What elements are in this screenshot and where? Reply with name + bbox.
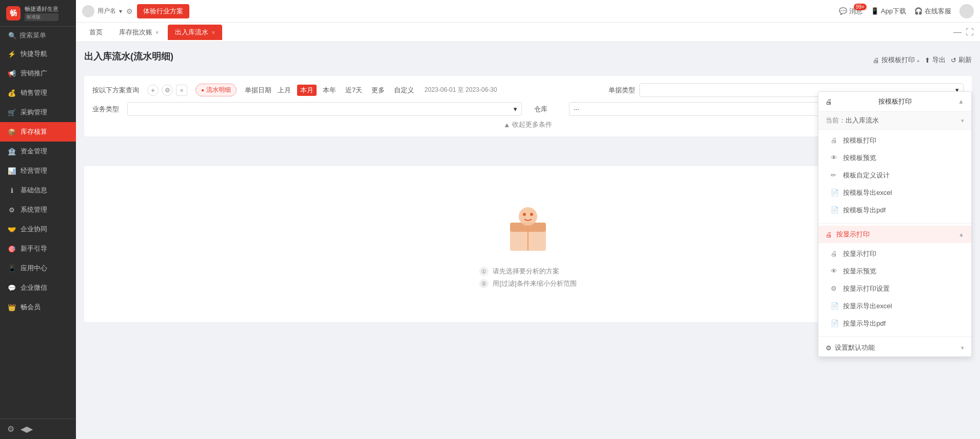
display-group-label: 按显示打印 — [836, 230, 954, 239]
tab-flow-label: 出入库流水 — [175, 28, 208, 37]
dropdown-item-template-print[interactable]: 🖨 按模板打印 — [818, 132, 971, 149]
sidebar-item-enterprise[interactable]: 🤝 企业协同 — [0, 220, 76, 239]
date-option-7days[interactable]: 近7天 — [342, 85, 365, 96]
date-option-last-month[interactable]: 上月 — [275, 85, 294, 96]
dropdown-item-template-excel[interactable]: 📄 按模板导出excel — [818, 184, 971, 202]
dropdown-close-arrow[interactable]: ▲ — [958, 98, 964, 105]
date-option-this-year[interactable]: 本年 — [320, 85, 339, 96]
sidebar-item-app-center[interactable]: 📱 应用中心 — [0, 258, 76, 278]
dropdown-item-display-excel[interactable]: 📄 按显示导出excel — [818, 297, 971, 315]
notifications-btn[interactable]: 💬 消息 99+ — [839, 7, 863, 16]
empty-illustration — [497, 197, 559, 258]
refresh-btn[interactable]: ↺ 刷新 — [951, 55, 972, 65]
display-section: 🖨 按显示打印 👁 按显示预览 ⚙ 按显示打印设置 📄 按显示导出excel 📄 — [818, 243, 971, 334]
industry-btn[interactable]: 体验行业方案 — [137, 4, 189, 18]
customer-service-btn[interactable]: 🎧 在线客服 — [914, 7, 951, 16]
date-option-custom[interactable]: 自定义 — [391, 85, 417, 96]
empty-text-steps: ① 请先选择要分析的方案 ② 用[过滤]条件来缩小分析范围 — [479, 267, 576, 291]
sidebar-item-inventory[interactable]: 📦 库存核算 — [0, 122, 76, 142]
dropdown-item-display-pdf[interactable]: 📄 按显示导出pdf — [818, 315, 971, 332]
basic-icon: ℹ — [7, 186, 16, 195]
tab-minimize-btn[interactable]: — — [953, 28, 962, 37]
sidebar-collapse-icon[interactable]: ◀▶ — [21, 424, 33, 434]
warehouse-value: ··· — [574, 105, 579, 113]
dropdown-item-display-settings[interactable]: ⚙ 按显示打印设置 — [818, 280, 971, 297]
tab-maximize-btn[interactable]: ⛶ — [966, 28, 974, 37]
sidebar-item-sales[interactable]: 💰 销售管理 — [0, 83, 76, 103]
print-template-btn[interactable]: 🖨 按模板打印 ▴ — [873, 55, 919, 65]
bell-icon: 💬 — [839, 7, 847, 15]
display-preview-label: 按显示预览 — [843, 267, 964, 276]
logo-icon: 畅 — [6, 6, 21, 21]
sidebar-item-operation[interactable]: 📊 经营管理 — [0, 161, 76, 181]
plus-icon: + — [151, 86, 155, 94]
filter-collapse-btn[interactable]: « — [176, 85, 187, 96]
sidebar-item-guide[interactable]: 🎯 新手引导 — [0, 239, 76, 258]
doc-type-label: 单据类型 — [609, 86, 635, 95]
svg-point-6 — [530, 213, 533, 216]
template-preview-icon: 👁 — [831, 154, 839, 162]
sidebar-item-quick-nav[interactable]: ⚡ 快捷导航 — [0, 44, 76, 64]
collapse-up-icon: ▲ — [504, 121, 511, 129]
sidebar-item-marketing[interactable]: 📢 营销推广 — [0, 64, 76, 83]
sidebar-settings-icon[interactable]: ⚙ — [7, 424, 14, 434]
filter-add-btn[interactable]: + — [147, 85, 159, 96]
sidebar-item-wechat[interactable]: 💬 企业微信 — [0, 278, 76, 297]
step-num-2: ② — [479, 279, 488, 288]
dropdown-current-label: 当前： — [826, 116, 846, 125]
display-pdf-icon: 📄 — [831, 320, 839, 328]
app-download-btn[interactable]: 📱 App下载 — [871, 7, 906, 16]
sidebar-search-label: 搜索菜单 — [19, 31, 46, 40]
dropdown-item-template-preview[interactable]: 👁 按模板预览 — [818, 149, 971, 167]
filter-chip[interactable]: ● 流水明细 — [195, 84, 237, 96]
app-center-icon: 📱 — [7, 264, 16, 273]
filter-settings-btn[interactable]: ⚙ — [162, 85, 173, 96]
app-download-label: App下载 — [881, 7, 906, 16]
sidebar-item-finance[interactable]: 🏦 资金管理 — [0, 142, 76, 161]
export-btn[interactable]: ⬆ 导出 — [925, 55, 946, 65]
tab-home[interactable]: 首页 — [82, 25, 110, 40]
sidebar-item-label: 销售管理 — [21, 88, 47, 97]
dropdown-current[interactable]: 当前： 出入库流水 ▾ — [818, 112, 971, 130]
date-option-this-month[interactable]: 本月 — [297, 85, 317, 96]
sidebar-item-label: 系统管理 — [21, 205, 47, 214]
sidebar-nav: ⚡ 快捷导航 📢 营销推广 💰 销售管理 🛒 采购管理 📦 库存核算 🏦 资金管… — [0, 44, 76, 418]
sidebar-item-system[interactable]: ⚙ 系统管理 — [0, 200, 76, 220]
filter-section-label: 按以下方案查询 — [92, 86, 139, 95]
dropdown-item-display-print[interactable]: 🖨 按显示打印 — [818, 245, 971, 263]
sidebar-item-label: 企业协同 — [21, 225, 47, 234]
enterprise-icon: 🤝 — [7, 225, 16, 234]
dropdown-divider — [818, 223, 971, 224]
tab-batch-close[interactable]: × — [155, 29, 159, 35]
dropdown-item-template-pdf[interactable]: 📄 按模板导出pdf — [818, 202, 971, 219]
sidebar-item-purchase[interactable]: 🛒 采购管理 — [0, 103, 76, 122]
display-pdf-label: 按显示导出pdf — [843, 319, 964, 328]
business-type-label: 业务类型 — [92, 105, 123, 114]
tab-batch-account[interactable]: 库存批次账 × — [112, 25, 166, 40]
date-option-more[interactable]: 更多 — [368, 85, 388, 96]
dropdown-item-display-preview[interactable]: 👁 按显示预览 — [818, 263, 971, 280]
template-section: 🖨 按模板打印 👁 按模板预览 ✏ 模板自定义设计 📄 按模板导出excel 📄 — [818, 130, 971, 221]
wechat-icon: 💬 — [7, 283, 16, 292]
set-default-row[interactable]: ⚙ 设置默认功能 ▾ — [818, 339, 971, 356]
sidebar-item-basic[interactable]: ℹ 基础信息 — [0, 181, 76, 200]
display-group-header[interactable]: 🖨 按显示打印 ▲ — [818, 226, 971, 243]
tab-flow-close[interactable]: × — [211, 29, 214, 35]
sidebar-item-vip[interactable]: 👑 畅会员 — [0, 297, 76, 317]
collapse-conditions-btn[interactable]: ▲ 收起更多条件 — [504, 120, 553, 129]
page-title: 出入库流水(流水明细) — [84, 50, 173, 63]
export-icon: ⬆ — [925, 56, 930, 64]
template-pdf-label: 按模板导出pdf — [843, 206, 964, 215]
dropdown-item-template-custom[interactable]: ✏ 模板自定义设计 — [818, 167, 971, 184]
business-type-arrow: ▾ — [514, 105, 517, 113]
sidebar-search-item[interactable]: 🔍 搜索菜单 — [0, 27, 76, 44]
logo-text-area: 畅捷通好生意 标准版 — [25, 5, 58, 21]
main-area: 用户名 ▾ ⚙ 体验行业方案 💬 消息 99+ 📱 App下载 🎧 在线客服 — [76, 0, 980, 439]
business-type-dropdown[interactable]: ▾ — [127, 102, 522, 116]
topbar-gear-icon[interactable]: ⚙ — [126, 7, 133, 15]
display-excel-label: 按显示导出excel — [843, 302, 964, 311]
topbar: 用户名 ▾ ⚙ 体验行业方案 💬 消息 99+ 📱 App下载 🎧 在线客服 — [76, 0, 980, 23]
tab-flow[interactable]: 出入库流水 × — [168, 25, 222, 40]
page-title-actions: 🖨 按模板打印 ▴ ⬆ 导出 ↺ 刷新 — [873, 55, 972, 65]
user-avatar[interactable] — [959, 4, 974, 18]
